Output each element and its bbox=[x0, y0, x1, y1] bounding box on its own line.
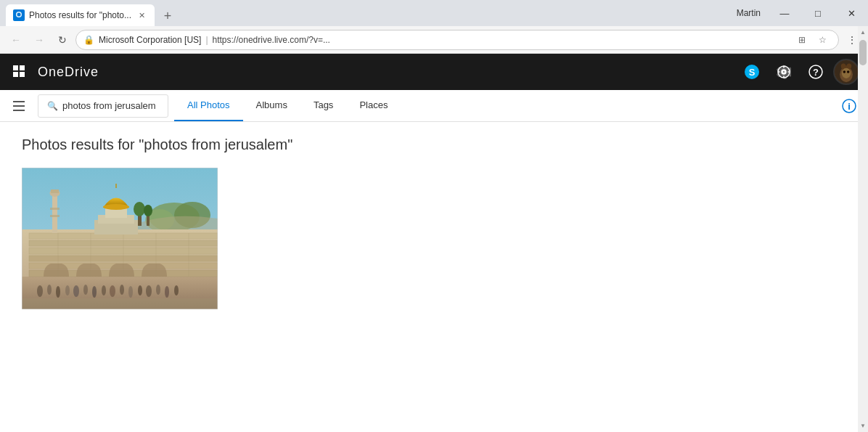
svg-point-73 bbox=[165, 286, 169, 298]
tab-favicon bbox=[13, 9, 25, 21]
svg-point-59 bbox=[37, 285, 43, 297]
new-tab-button[interactable]: + bbox=[157, 6, 178, 26]
svg-rect-48 bbox=[50, 208, 60, 210]
svg-text:S: S bbox=[749, 67, 756, 78]
results-title: Photos results for "photos from jerusale… bbox=[22, 136, 846, 153]
photos-grid bbox=[22, 168, 846, 309]
svg-rect-47 bbox=[51, 189, 59, 193]
help-button[interactable]: ? bbox=[801, 57, 830, 86]
tab-close-button[interactable]: ✕ bbox=[136, 9, 147, 21]
scrollbar: ▲ ▼ bbox=[858, 26, 868, 432]
photo-jerusalem[interactable] bbox=[22, 168, 218, 309]
svg-point-71 bbox=[146, 285, 152, 297]
svg-point-72 bbox=[156, 285, 160, 295]
refresh-button[interactable]: ↻ bbox=[52, 30, 73, 50]
svg-point-22 bbox=[847, 70, 850, 73]
onedrive-logo: OneDrive bbox=[38, 65, 730, 80]
address-actions: ⊞ ☆ bbox=[793, 31, 831, 49]
hamburger-button[interactable] bbox=[6, 90, 32, 122]
extensions-button[interactable]: ⊞ bbox=[793, 31, 811, 49]
window-controls: — □ ✕ bbox=[768, 0, 868, 26]
tab-title: Photos results for "photo... bbox=[29, 10, 131, 20]
close-button[interactable]: ✕ bbox=[835, 0, 868, 26]
svg-point-58 bbox=[144, 205, 152, 216]
svg-point-20 bbox=[842, 68, 851, 78]
svg-rect-23 bbox=[13, 101, 25, 102]
scroll-up-button[interactable]: ▲ bbox=[858, 26, 868, 38]
nav-links: All Photos Albums Tags Places bbox=[174, 90, 839, 121]
settings-button[interactable] bbox=[769, 57, 798, 86]
svg-point-1 bbox=[17, 13, 21, 17]
onedrive-header: OneDrive S ? bbox=[0, 54, 868, 90]
favorites-button[interactable]: ☆ bbox=[814, 31, 831, 49]
svg-rect-4 bbox=[13, 72, 18, 77]
svg-rect-24 bbox=[13, 105, 25, 107]
svg-rect-75 bbox=[22, 298, 218, 309]
svg-point-53 bbox=[103, 204, 129, 210]
nav-bar: ← → ↻ 🔒 Microsoft Corporation [US] | htt… bbox=[0, 26, 868, 54]
svg-rect-5 bbox=[20, 72, 25, 77]
svg-point-64 bbox=[83, 285, 88, 295]
svg-rect-49 bbox=[50, 215, 60, 217]
nav-link-all-photos[interactable]: All Photos bbox=[174, 90, 243, 121]
svg-point-67 bbox=[110, 285, 115, 297]
svg-point-63 bbox=[73, 285, 79, 297]
search-query: photos from jerusalem bbox=[62, 100, 156, 111]
info-button[interactable]: i bbox=[839, 96, 859, 116]
skype-button[interactable]: S bbox=[737, 57, 766, 86]
secondary-nav: 🔍 photos from jerusalem All Photos Album… bbox=[0, 90, 868, 122]
svg-rect-45 bbox=[52, 193, 57, 233]
address-bar[interactable]: 🔒 Microsoft Corporation [US] | https://o… bbox=[75, 30, 839, 50]
nav-link-tags[interactable]: Tags bbox=[300, 90, 346, 121]
address-url: https://onedrive.live.com/?v=... bbox=[213, 35, 789, 45]
header-icons: S ? bbox=[737, 57, 859, 86]
svg-point-74 bbox=[174, 285, 179, 296]
address-separator: | bbox=[205, 35, 208, 45]
search-box[interactable]: 🔍 photos from jerusalem bbox=[38, 94, 168, 118]
title-bar: Photos results for "photo... ✕ + Martin … bbox=[0, 0, 868, 26]
search-icon: 🔍 bbox=[47, 101, 58, 111]
svg-point-69 bbox=[128, 286, 133, 298]
svg-point-61 bbox=[56, 286, 60, 298]
lock-icon: 🔒 bbox=[83, 35, 94, 45]
svg-point-65 bbox=[92, 286, 97, 298]
svg-point-56 bbox=[134, 202, 145, 216]
minimize-button[interactable]: — bbox=[768, 0, 801, 26]
svg-rect-3 bbox=[20, 65, 25, 70]
back-button[interactable]: ← bbox=[6, 30, 26, 50]
nav-link-places[interactable]: Places bbox=[346, 90, 401, 121]
user-avatar-image bbox=[835, 60, 858, 83]
tab-area: Photos results for "photo... ✕ + bbox=[6, 0, 729, 26]
forward-button[interactable]: → bbox=[29, 30, 49, 50]
svg-point-66 bbox=[102, 285, 106, 296]
nav-link-albums[interactable]: Albums bbox=[243, 90, 300, 121]
svg-point-62 bbox=[65, 285, 70, 296]
svg-rect-2 bbox=[13, 65, 18, 70]
maximize-button[interactable]: □ bbox=[801, 0, 835, 26]
user-name: Martin bbox=[737, 8, 761, 18]
svg-point-21 bbox=[843, 70, 846, 73]
svg-point-60 bbox=[47, 285, 52, 295]
user-name-area: Martin bbox=[729, 0, 768, 26]
svg-rect-25 bbox=[13, 110, 25, 111]
apps-grid-button[interactable] bbox=[9, 61, 30, 83]
svg-text:i: i bbox=[848, 101, 851, 112]
user-avatar[interactable] bbox=[833, 59, 859, 85]
main-content: Photos results for "photos from jerusale… bbox=[0, 122, 868, 432]
svg-point-70 bbox=[138, 285, 142, 296]
svg-text:?: ? bbox=[813, 67, 819, 78]
scroll-thumb[interactable] bbox=[859, 40, 867, 65]
svg-point-68 bbox=[120, 285, 124, 295]
active-tab[interactable]: Photos results for "photo... ✕ bbox=[6, 4, 155, 26]
scroll-down-button[interactable]: ▼ bbox=[858, 420, 868, 432]
address-site: Microsoft Corporation [US] bbox=[99, 35, 201, 45]
